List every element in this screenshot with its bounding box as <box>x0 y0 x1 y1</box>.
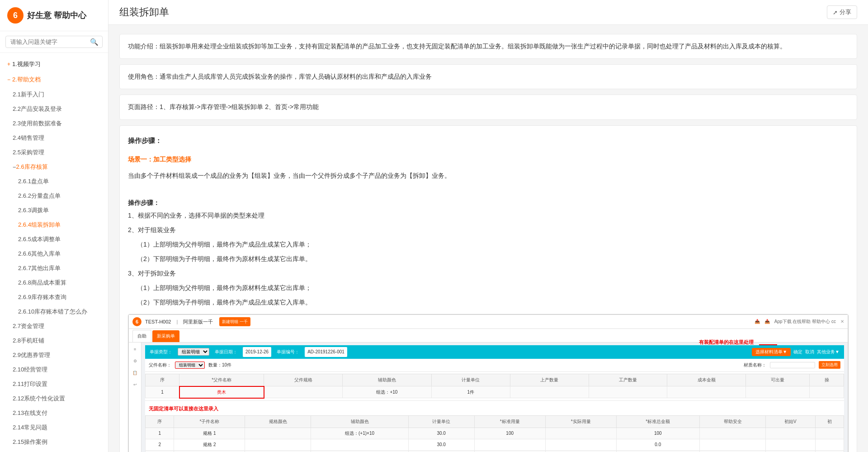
step1: 1、根据不同的业务，选择不同单据的类型来处理 <box>128 209 849 222</box>
sidebar-child-case[interactable]: 2.15操作案例 <box>0 435 108 449</box>
sidebar-child-data[interactable]: 2.3使用前数据准备 <box>0 116 108 131</box>
steps-block: 操作步骤： 场景一：加工类型选择 当由多个子件材料组装成一个成品的业务为【组装】… <box>119 125 857 452</box>
share-button[interactable]: ➚ 分享 <box>827 5 857 19</box>
logo-icon: 6 <box>7 7 24 24</box>
mock-bottom-row-3: 3 0.0 <box>146 450 844 452</box>
sidebar-label: 2.3使用前数据准备 <box>13 119 62 128</box>
annotation-bom-line <box>759 344 777 345</box>
mock-top-table-wrapper: 序 *父件名称 父件规格 辅助颜色 计量单位 上产数量 工产数量 成本金额 <box>145 372 844 400</box>
sidebar-item-video[interactable]: +1.视频学习 <box>0 57 108 72</box>
minus-icon: − <box>13 164 16 171</box>
sidebar: 6 好生意 帮助中心 🔍 +1.视频学习−2.帮助文档2.1新手入门2.2产品安… <box>0 0 108 452</box>
step3: 3、对于拆卸业务 <box>128 267 849 280</box>
step3-1: （1）上部明细为父件明细，最终作为原材料生成某它出库单； <box>128 281 849 294</box>
mock-tab-purchase[interactable]: 新采购单 <box>152 330 179 342</box>
sidebar-sub-stockcount[interactable]: 2.6.1盘点单 <box>0 174 108 189</box>
mock-sub-toolbar: 父件名称： 组装明细 数量：10件 组装业务、拆卸业务在这里切换 材质名称： <box>145 359 844 372</box>
sidebar-child-faq[interactable]: 2.14常见问题 <box>0 420 108 435</box>
scenario-title: 场景一：加工类型选择 <box>128 153 849 166</box>
step3-2: （2）下部明细为子件明细，最终作为产成品生成某它入库单。 <box>128 296 849 309</box>
step2-2: （2）下部明细为子件明细，最终作为原材料生成某它出库单。 <box>128 252 849 265</box>
logo-area: 6 好生意 帮助中心 <box>0 0 108 31</box>
mock-bottom-table-wrapper: 无固定清单可以直接在这里录入 序 *子件名称 规格颜色 辅助颜色 <box>145 400 844 452</box>
mock-close-btn[interactable]: ✕ <box>840 317 844 326</box>
mock-top-table: 序 *父件名称 父件规格 辅助颜色 计量单位 上产数量 工产数量 成本金额 <box>145 374 844 399</box>
step2-1: （1）上部明细为父件明细，最终作为产成品生成某它入库单； <box>128 238 849 251</box>
sidebar-sub-cost[interactable]: 2.6.5成本调整单 <box>0 232 108 247</box>
mock-date: 2019-12-26 <box>243 347 271 357</box>
mock-logo: 6 <box>132 317 142 326</box>
content-area: 功能介绍：组装拆卸单用来处理企业组装或拆卸等加工业务，支持有固定装配清单的产品加… <box>108 25 868 452</box>
sidebar-label: 2.5采购管理 <box>13 148 44 157</box>
mock-left-sidebar: ≡ ⚙ 📋 ↩ <box>129 343 142 452</box>
mock-header-bar: 单据类型： 组装明细 单据日期： 2019-12-26 单据编号： AD-201… <box>145 345 844 359</box>
mock-parent-select[interactable]: 组装明细 <box>175 362 205 369</box>
mock-title-right: 📥 📥 App下载 在线帮助 帮助中心 cc ✕ <box>755 317 844 326</box>
sidebar-sub-costcalc[interactable]: 2.6.8商品成本重算 <box>0 276 108 290</box>
sidebar-label: 2.7资金管理 <box>13 322 44 330</box>
sidebar-sub-stockquery[interactable]: 2.6.9库存账本查询 <box>0 290 108 305</box>
share-icon: ➚ <box>833 9 838 16</box>
mock-bottom-table: 序 *子件名称 规格颜色 辅助颜色 计量单位 *标准用量 *实际用量 *标准总金… <box>145 415 844 452</box>
mock-form-area: 单据类型： 组装明细 单据日期： 2019-12-26 单据编号： AD-201… <box>142 343 848 452</box>
sidebar-label: 2.12系统个性化设置 <box>13 395 65 403</box>
main-content: 组装拆卸单 ➚ 分享 功能介绍：组装拆卸单用来处理企业组装或拆卸等加工业务，支持… <box>108 0 868 452</box>
sidebar-child-print[interactable]: 2.11打印设置 <box>0 377 108 391</box>
logo-text: 好生意 帮助中心 <box>27 10 86 21</box>
mock-titlebar: 6 TEST-H002 | 阿里新版一千 新建明细 一千 📥 📥 App下载 在… <box>129 315 848 329</box>
sidebar-label: 2.1新手入门 <box>13 90 44 99</box>
sidebar-child-finance[interactable]: 2.7资金管理 <box>0 319 108 333</box>
annotation-bom: 有装配清单的在这里处理 <box>699 337 754 347</box>
sidebar-label: 2.9优惠券管理 <box>13 351 50 359</box>
role-block: 使用角色：通常由生产人员或库管人员完成拆装业务的操作，库管人员确认原材料的出库和… <box>119 64 857 89</box>
sidebar-sub-stockcount2[interactable]: 2.6.2分量盘点单 <box>0 189 108 203</box>
sidebar-sub-stockerr[interactable]: 2.6.10库存账本错了怎么办 <box>0 305 108 319</box>
sidebar-item-help[interactable]: −2.帮助文档 <box>0 72 108 87</box>
search-button[interactable]: 🔍 <box>90 38 99 46</box>
sidebar-child-ops[interactable]: 2.10经营管理 <box>0 362 108 377</box>
sidebar-label: 2.10经营管理 <box>13 366 47 374</box>
sidebar-sub-assembly[interactable]: 2.6.4组装拆卸单 <box>0 218 108 232</box>
page-title: 组装拆卸单 <box>119 5 169 19</box>
scenario-desc: 当由多个子件材料组装成一个成品的业务为【组装】业务，当由一个父件拆分成多个子产品… <box>128 169 849 182</box>
mock-select-list-btn[interactable]: 选择材料清单▼ <box>752 348 791 356</box>
annotation-direct: 无固定清单可以直接在这里录入 <box>145 403 844 415</box>
sidebar-child-mobile[interactable]: 2.8手机旺铺 <box>0 333 108 348</box>
sidebar-child-inventory[interactable]: −2.6库存核算 <box>0 160 108 174</box>
plus-icon: + <box>7 61 10 67</box>
mock-new-btn[interactable]: 新建明细 一千 <box>219 317 250 326</box>
sidebar-child-purchase[interactable]: 2.5采购管理 <box>0 145 108 160</box>
mock-number: AD-20191226-001 <box>305 347 347 357</box>
sidebar-child-install[interactable]: 2.2产品安装及登录 <box>0 102 108 116</box>
mock-type-select[interactable]: 组装明细 <box>178 348 209 356</box>
sidebar-sub-in[interactable]: 2.6.6其他入库单 <box>0 247 108 261</box>
sidebar-child-newbie[interactable]: 2.1新手入门 <box>0 87 108 102</box>
mock-use-btn[interactable]: 立刻选用 <box>819 361 840 369</box>
sidebar-label: 2.8手机旺铺 <box>13 337 44 345</box>
search-input[interactable] <box>5 36 103 48</box>
sidebar-label: 2.2产品安装及登录 <box>13 105 62 113</box>
sidebar-child-custom[interactable]: 2.12系统个性化设置 <box>0 391 108 406</box>
mock-app: 6 TEST-H002 | 阿里新版一千 新建明细 一千 📥 📥 App下载 在… <box>128 314 848 452</box>
mock-main-layout: ≡ ⚙ 📋 ↩ 单据类型： <box>129 343 848 452</box>
sidebar-child-sales[interactable]: 2.4销售管理 <box>0 131 108 145</box>
sidebar-child-coupon[interactable]: 2.9优惠券管理 <box>0 348 108 362</box>
sidebar-label: 2.帮助文档 <box>12 76 41 84</box>
mock-material-input[interactable] <box>770 362 815 368</box>
sidebar-sub-adjust[interactable]: 2.6.3调拨单 <box>0 203 108 218</box>
mock-header-wrapper: 单据类型： 组装明细 单据日期： 2019-12-26 单据编号： AD-201… <box>145 345 844 359</box>
top-bar: 组装拆卸单 ➚ 分享 <box>108 0 868 25</box>
sidebar-label: 2.4销售管理 <box>13 134 44 142</box>
mock-tab-self[interactable]: 自助 <box>132 330 151 342</box>
step2: 2、对于组装业务 <box>128 224 849 236</box>
steps-title: 操作步骤： <box>128 134 849 147</box>
sidebar-label: 2.6库存核算 <box>16 163 48 171</box>
sidebar-label: 2.13在线支付 <box>13 409 47 417</box>
mock-title-left: TEST-H002 <box>145 317 171 327</box>
minus-icon: − <box>7 76 10 83</box>
sidebar-sub-out[interactable]: 2.6.7其他出库单 <box>0 261 108 276</box>
sidebar-label: 1.视频学习 <box>12 60 41 68</box>
screenshot-container: 6 TEST-H002 | 阿里新版一千 新建明细 一千 📥 📥 App下载 在… <box>128 314 849 452</box>
sidebar-child-pay[interactable]: 2.13在线支付 <box>0 406 108 420</box>
path-block: 页面路径：1、库存核算->库存管理->组装拆卸单 2、首页->常用功能 <box>119 95 857 119</box>
